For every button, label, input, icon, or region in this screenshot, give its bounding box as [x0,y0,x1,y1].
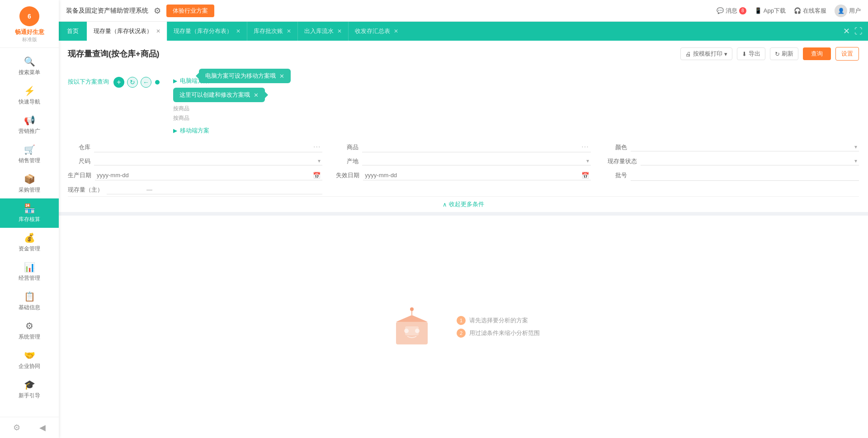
message-btn[interactable]: 💬 消息 8 [717,7,746,15]
message-badge: 8 [739,7,746,14]
desktop-tooltip: 电脑方案可设为移动方案哦 ✕ [199,69,291,83]
desktop-tooltip-close[interactable]: ✕ [279,73,284,80]
tab-receive-send-label: 收发存汇总表 [355,27,390,35]
sidebar-item-quick-nav[interactable]: ⚡ 快速导航 [0,81,59,110]
scheme-tooltip-close[interactable]: ✕ [254,92,259,99]
export-icon: ⬇ [742,51,747,57]
expire-date-input[interactable] [365,172,581,179]
desktop-tooltip-arrow [196,73,199,79]
refresh-icon: ↻ [775,51,780,57]
sub-item2-label: 按商品 [173,114,189,122]
user-area[interactable]: 👤 用户 [835,5,861,17]
tab-inventory-status-close[interactable]: ✕ [156,28,160,34]
logo-icon: 6 [19,6,39,26]
settings-bottom-icon[interactable]: ⚙ [13,423,20,433]
add-scheme-btn[interactable]: + [113,77,124,88]
inventory-qty-from[interactable] [108,186,145,193]
purchase-icon: 📦 [24,174,35,184]
tab-inventory-dist-label: 现存量（库存分布表） [174,27,232,35]
inventory-status-select-wrap[interactable]: ▾ [641,157,859,165]
search-btn[interactable]: 查询 [803,47,831,60]
filter-field-inventory-status: 现存量状态 ▾ [604,157,859,165]
svg-marker-3 [396,315,428,322]
tab-receive-send[interactable]: 收发存汇总表 ✕ [348,22,405,41]
tab-inventory-batch[interactable]: 库存批次账 ✕ [247,22,297,41]
empty-hints: 1 请先选择要分析的方案 2 用过滤条件来缩小分析范围 [457,316,540,338]
sidebar-item-label: 企业协同 [19,363,40,370]
sidebar-item-search-menu[interactable]: 🔍 搜索菜单 [0,52,59,81]
phone-icon: 📱 [755,7,762,14]
produce-calendar-icon[interactable]: 📅 [313,172,321,179]
empty-hint-2: 2 用过滤条件来缩小分析范围 [457,329,540,338]
tab-home[interactable]: 首页 [59,22,87,41]
expire-calendar-icon[interactable]: 📅 [581,172,589,179]
tab-in-out-flow-close[interactable]: ✕ [337,28,342,34]
scheme-tooltip-wrap: 这里可以创建和修改方案哦 ✕ [173,88,265,102]
dot-connector [155,80,160,85]
tab-in-out-flow[interactable]: 出入库流水 ✕ [297,22,348,41]
sub-item1[interactable]: 按商品 [173,104,265,113]
collapse-sidebar-icon[interactable]: ◀ [39,423,46,433]
online-support-btn[interactable]: 🎧 在线客服 [794,7,826,15]
tab-inventory-dist-close[interactable]: ✕ [236,28,241,34]
sidebar-item-enterprise[interactable]: 🤝 企业协同 [0,345,59,375]
system-name: 装备及固定资产辅助管理系统 [66,7,148,15]
sidebar-item-operation[interactable]: 📊 经营管理 [0,257,59,287]
experience-button[interactable]: 体验行业方案 [166,5,214,17]
quick-nav-icon: ⚡ [24,85,35,96]
produce-date-label: 生产日期 [68,171,91,179]
sidebar-item-system[interactable]: ⚙ 系统管理 [0,316,59,345]
sidebar-item-label: 营销推广 [19,127,40,135]
filter-field-origin: 产地 ▾ [336,157,590,165]
color-select-wrap[interactable]: ▾ [631,143,859,151]
system-settings-icon[interactable]: ⚙ [154,6,161,16]
tab-receive-send-close[interactable]: ✕ [394,28,398,34]
scheme-tooltip-right-arrow [265,92,268,98]
goods-dots-icon[interactable]: ··· [581,143,589,151]
sidebar-item-label: 销售管理 [19,157,40,165]
refresh-btn[interactable]: ↻ 刷新 [770,47,798,60]
sidebar-item-marketing[interactable]: 📢 营销推广 [0,110,59,140]
sidebar-item-sales[interactable]: 🛒 销售管理 [0,140,59,169]
inventory-qty-dash: — [146,186,152,193]
tab-inventory-batch-close[interactable]: ✕ [287,28,291,34]
produce-date-input[interactable] [97,172,313,179]
tab-inventory-dist[interactable]: 现存量（库存分布表） ✕ [167,22,247,41]
batch-no-input[interactable] [631,170,859,181]
export-btn[interactable]: ⬇ 导出 [737,47,765,60]
message-icon: 💬 [717,7,724,14]
mobile-scheme-item[interactable]: ▶ 移动端方案 [173,126,265,136]
tree-arrow-icon: ▶ [173,78,177,84]
empty-content: 1 请先选择要分析的方案 2 用过滤条件来缩小分析范围 [387,304,540,350]
sidebar-item-label: 采购管理 [19,186,40,194]
tab-close-icon[interactable]: ✕ [843,26,850,36]
inventory-qty-to[interactable] [154,186,190,193]
origin-select-wrap[interactable]: ▾ [362,157,590,165]
refresh-scheme-btn[interactable]: ↻ [127,77,138,88]
mobile-scheme-label: 移动端方案 [180,127,209,135]
tab-fullscreen-icon[interactable]: ⛶ [854,27,863,36]
set-btn[interactable]: 设置 [835,47,859,61]
sidebar-item-purchase[interactable]: 📦 采购管理 [0,169,59,198]
enterprise-icon: 🤝 [24,350,35,361]
template-print-btn[interactable]: 🖨 按模板打印 ▾ [680,47,732,60]
sidebar-item-inventory[interactable]: 🏪 库存核算 [0,198,59,228]
header-right: 💬 消息 8 📱 App下载 🎧 在线客服 👤 用户 [717,5,861,17]
sidebar-item-finance[interactable]: 💰 资金管理 [0,228,59,257]
sidebar-item-basic-info[interactable]: 📋 基础信息 [0,287,59,316]
warehouse-dots-icon[interactable]: ··· [313,143,321,151]
desktop-tooltip-text: 电脑方案可设为移动方案哦 [205,72,276,80]
back-scheme-btn[interactable]: ← [141,77,151,88]
tab-inventory-status[interactable]: 现存量（库存状况表） ✕ [87,22,167,41]
filter-fields-grid: 仓库 ··· 商品 ··· 颜色 [68,137,859,196]
basic-info-icon: 📋 [24,291,35,302]
empty-illustration [387,304,437,350]
tab-in-out-flow-label: 出入库流水 [304,27,334,35]
collapse-bar[interactable]: ∧ 收起更多条件 [68,196,859,212]
size-select-wrap[interactable]: ▾ [94,157,322,165]
sub-item2[interactable]: 按商品 [173,113,265,123]
app-download-btn[interactable]: 📱 App下载 [755,7,786,15]
sidebar-item-label: 搜索菜单 [19,69,40,76]
sidebar-item-newbie[interactable]: 🎓 新手引导 [0,375,59,404]
sidebar-bottom: ⚙ ◀ [0,417,59,438]
